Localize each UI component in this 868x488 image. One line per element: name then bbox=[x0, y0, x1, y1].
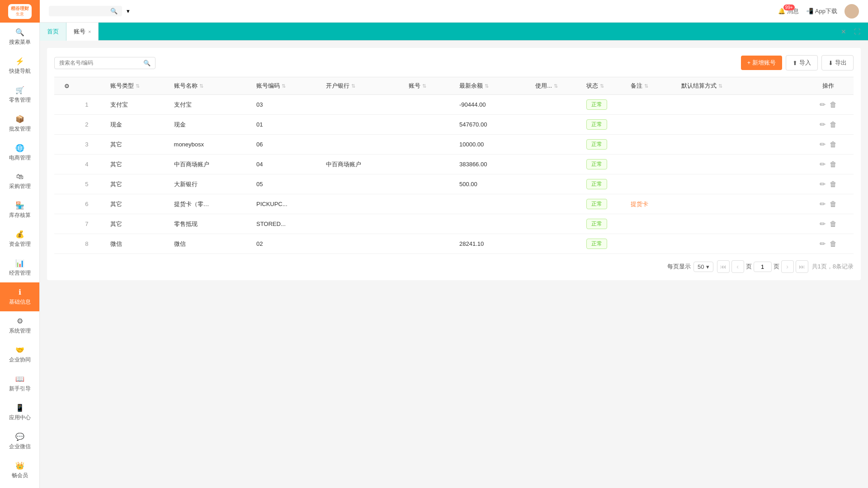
cell-settings bbox=[54, 214, 80, 234]
tab-account[interactable]: 账号 × bbox=[66, 23, 99, 41]
delete-btn[interactable]: 🗑 bbox=[830, 200, 837, 208]
tab-close-icon[interactable]: × bbox=[88, 29, 91, 34]
col-payment[interactable]: 默认结算方式⇅ bbox=[676, 77, 803, 95]
col-code[interactable]: 账号编码⇅ bbox=[251, 77, 321, 95]
accounts-table: ⚙ 账号类型⇅ 账号名称⇅ 账号编码⇅ 开户银行⇅ 账号⇅ 最新余额⇅ 使用..… bbox=[54, 77, 854, 254]
cell-name: 大新银行 bbox=[169, 174, 251, 194]
cell-status: 正常 bbox=[581, 115, 625, 135]
cell-settings bbox=[54, 115, 80, 135]
sidebar-item-search[interactable]: 🔍 搜索菜单 bbox=[0, 23, 39, 52]
col-note[interactable]: 备注⇅ bbox=[625, 77, 676, 95]
col-settings[interactable]: ⚙ bbox=[54, 77, 80, 95]
sidebar-nav: 🔍 搜索菜单 ⚡ 快捷导航 🛒 零售管理 📦 批发管理 🌐 电商管理 🛍 采购管… bbox=[0, 23, 39, 485]
page-prev-btn[interactable]: ‹ bbox=[731, 260, 744, 273]
sidebar-item-guide[interactable]: 📖 新手引导 bbox=[0, 369, 39, 398]
delete-btn[interactable]: 🗑 bbox=[830, 240, 837, 248]
cell-no: 4 bbox=[80, 155, 105, 174]
edit-btn[interactable]: ✏ bbox=[820, 180, 826, 188]
edit-btn[interactable]: ✏ bbox=[820, 160, 826, 169]
download-icon: 📲 bbox=[806, 8, 813, 14]
cell-payment bbox=[676, 214, 803, 234]
topbar-avatar[interactable] bbox=[844, 4, 859, 19]
cell-code: 01 bbox=[251, 115, 321, 135]
sidebar-item-warehouse[interactable]: 🏪 库存核算 bbox=[0, 196, 39, 225]
sidebar-item-appcenter[interactable]: 📱 应用中心 bbox=[0, 398, 39, 427]
cell-status: 正常 bbox=[581, 135, 625, 155]
tab-minimize-btn[interactable]: ✕ bbox=[837, 25, 850, 38]
tab-home[interactable]: 首页 bbox=[40, 23, 66, 41]
edit-btn[interactable]: ✏ bbox=[820, 200, 826, 208]
col-account[interactable]: 账号⇅ bbox=[403, 77, 454, 95]
sidebar-item-enterprise[interactable]: 🤝 企业协同 bbox=[0, 340, 39, 369]
sidebar-item-wechat[interactable]: 💬 企业微信 bbox=[0, 427, 39, 456]
dropdown-arrow-icon: ▾ bbox=[127, 8, 130, 14]
sidebar-item-ecommerce[interactable]: 🌐 电商管理 bbox=[0, 138, 39, 167]
edit-btn[interactable]: ✏ bbox=[820, 120, 826, 129]
table-row: 5 其它 大新银行 05 500.00 正常 ✏ 🗑 bbox=[54, 174, 854, 194]
delete-btn[interactable]: 🗑 bbox=[830, 180, 837, 188]
system-icon: ⚙ bbox=[17, 317, 23, 325]
col-type[interactable]: 账号类型⇅ bbox=[105, 77, 168, 95]
delete-btn[interactable]: 🗑 bbox=[830, 141, 837, 149]
cell-type: 其它 bbox=[105, 135, 168, 155]
topbar-msg[interactable]: 🔔 消息 99+ bbox=[778, 7, 799, 15]
tab-maximize-btn[interactable]: ⛶ bbox=[851, 25, 863, 38]
page-size-selector[interactable]: 50 ▾ bbox=[693, 262, 713, 272]
col-balance[interactable]: 最新余额⇅ bbox=[454, 77, 530, 95]
import-button[interactable]: ⬆ 导入 bbox=[786, 55, 818, 70]
basic-icon: ℹ bbox=[19, 288, 21, 296]
col-usage[interactable]: 使用...⇅ bbox=[530, 77, 580, 95]
cell-no: 2 bbox=[80, 115, 105, 135]
toolbar-left: 🔍 bbox=[54, 57, 156, 69]
search-input[interactable] bbox=[59, 60, 141, 66]
export-button[interactable]: ⬇ 导出 bbox=[821, 55, 854, 70]
sidebar-item-wholesale[interactable]: 📦 批发管理 bbox=[0, 109, 39, 138]
cell-type: 现金 bbox=[105, 115, 168, 135]
col-status[interactable]: 状态⇅ bbox=[581, 77, 625, 95]
sidebar-item-basic[interactable]: ℹ 基础信息 bbox=[0, 282, 39, 311]
cell-balance: 500.00 bbox=[454, 174, 530, 194]
page-first-btn[interactable]: ⏮ bbox=[717, 260, 730, 273]
cell-note bbox=[625, 115, 676, 135]
col-name[interactable]: 账号名称⇅ bbox=[169, 77, 251, 95]
content: 🔍 + 新增账号 ⬆ 导入 ⬇ 导出 bbox=[40, 41, 868, 488]
sidebar-item-operation[interactable]: 📊 经营管理 bbox=[0, 253, 39, 282]
search-box[interactable]: 🔍 bbox=[54, 57, 156, 69]
table-body: 1 支付宝 支付宝 03 -90444.00 正常 ✏ 🗑 2 现金 现金 01… bbox=[54, 95, 854, 254]
sidebar-item-finance[interactable]: 💰 资金管理 bbox=[0, 225, 39, 253]
cell-usage bbox=[530, 155, 580, 174]
delete-btn[interactable]: 🗑 bbox=[830, 160, 837, 169]
page-next-btn[interactable]: › bbox=[781, 260, 794, 273]
edit-btn[interactable]: ✏ bbox=[820, 100, 826, 109]
cell-payment bbox=[676, 174, 803, 194]
topbar-search-input[interactable] bbox=[53, 8, 108, 14]
sidebar-item-retail[interactable]: 🛒 零售管理 bbox=[0, 80, 39, 109]
topbar-dropdown[interactable]: ▾ bbox=[127, 8, 130, 14]
delete-btn[interactable]: 🗑 bbox=[830, 220, 837, 228]
cell-status: 正常 bbox=[581, 155, 625, 174]
sidebar-item-purchase[interactable]: 🛍 采购管理 bbox=[0, 167, 39, 196]
cell-usage bbox=[530, 135, 580, 155]
add-account-button[interactable]: + 新增账号 bbox=[741, 56, 782, 70]
topbar-download[interactable]: 📲 App下载 bbox=[806, 7, 837, 15]
wechat-icon: 💬 bbox=[15, 432, 24, 441]
delete-btn[interactable]: 🗑 bbox=[830, 101, 837, 109]
sidebar-item-member[interactable]: 👑 畅会员 bbox=[0, 456, 39, 485]
cell-settings bbox=[54, 234, 80, 254]
tabbar: 首页 账号 × ✕ ⛶ bbox=[40, 23, 868, 41]
topbar-search[interactable]: 🔍 bbox=[49, 6, 122, 16]
edit-btn[interactable]: ✏ bbox=[820, 239, 826, 248]
retail-icon: 🛒 bbox=[15, 86, 24, 94]
col-bank[interactable]: 开户银行⇅ bbox=[321, 77, 403, 95]
cell-code: 04 bbox=[251, 155, 321, 174]
edit-btn[interactable]: ✏ bbox=[820, 140, 826, 149]
cell-name: 微信 bbox=[169, 234, 251, 254]
edit-btn[interactable]: ✏ bbox=[820, 220, 826, 228]
page-input[interactable] bbox=[754, 262, 772, 272]
sidebar-item-quick[interactable]: ⚡ 快捷导航 bbox=[0, 52, 39, 80]
delete-btn[interactable]: 🗑 bbox=[830, 121, 837, 129]
sidebar-item-system[interactable]: ⚙ 系统管理 bbox=[0, 311, 39, 340]
page-last-btn[interactable]: ⏭ bbox=[796, 260, 808, 273]
table-row: 2 现金 现金 01 547670.00 正常 ✏ 🗑 bbox=[54, 115, 854, 135]
cell-balance bbox=[454, 214, 530, 234]
